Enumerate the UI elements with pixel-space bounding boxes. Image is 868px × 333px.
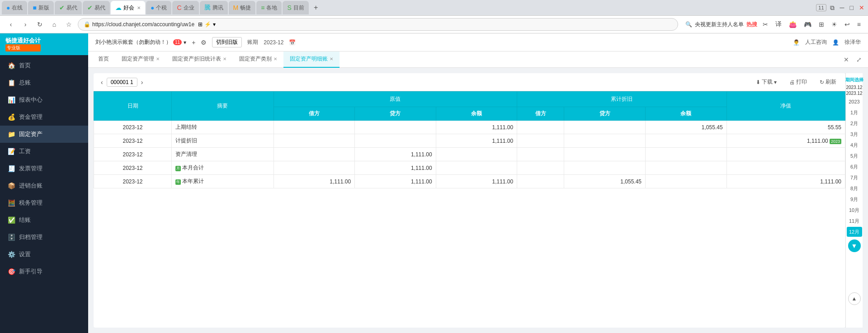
- col-summary: 摘要: [172, 92, 274, 121]
- dropdown-icon[interactable]: ▾: [213, 21, 216, 28]
- user-avatar-icon[interactable]: 👤: [832, 39, 839, 46]
- sidebar-item-tax[interactable]: 🧮 税务管理: [0, 194, 88, 211]
- month-1[interactable]: 1月: [847, 108, 862, 117]
- game-icon[interactable]: 🎮: [802, 20, 813, 29]
- brightness-icon[interactable]: ☀: [830, 20, 839, 29]
- sidebar-item-archive[interactable]: 🗄️ 归档管理: [0, 229, 88, 246]
- cell-date: 2023-12: [94, 148, 172, 161]
- month-7[interactable]: 7月: [847, 173, 862, 183]
- sidebar-item-invoice[interactable]: 🧾 发票管理: [0, 160, 88, 177]
- help-icon[interactable]: 👨‍💼: [793, 39, 800, 46]
- sidebar-item-guide[interactable]: 🎯 新手引导: [0, 263, 88, 280]
- undo-icon[interactable]: ↩: [843, 20, 852, 29]
- col-original: 原值: [274, 92, 517, 107]
- cell-orig-balance: 1,111.00: [436, 121, 517, 134]
- sidebar-item-fixed-assets[interactable]: 📁 固定资产: [0, 126, 88, 143]
- browser-tab-5[interactable]: ● 个税: [146, 1, 171, 14]
- expand-tabs-button[interactable]: ⤢: [854, 55, 864, 64]
- month-11[interactable]: 11月: [847, 216, 862, 226]
- month-4[interactable]: 4月: [847, 140, 862, 150]
- browser-tab-3[interactable]: ✔ 易代: [83, 1, 110, 14]
- browser-tab-1[interactable]: ■ 新版: [28, 1, 53, 14]
- browser-tab-6[interactable]: C 企业: [172, 1, 198, 14]
- month-12[interactable]: 12月: [847, 227, 862, 237]
- month-6[interactable]: 6月: [847, 162, 862, 172]
- minimize-icon[interactable]: ─: [838, 3, 846, 12]
- back-button[interactable]: ‹: [5, 19, 16, 30]
- scissors-icon[interactable]: ✂: [761, 20, 770, 29]
- page-tab-depreciation-stat[interactable]: 固定资产折旧统计表 ✕: [166, 52, 233, 68]
- tab-close-depreciation-stat[interactable]: ✕: [223, 56, 226, 61]
- month-8[interactable]: 8月: [847, 183, 862, 193]
- tab-close-4[interactable]: ✕: [137, 5, 141, 10]
- month-3[interactable]: 3月: [847, 129, 862, 139]
- cell-acc-debit: [517, 134, 564, 148]
- month-10[interactable]: 10月: [847, 205, 862, 215]
- sidebar-item-purchase[interactable]: 📦 进销台账: [0, 177, 88, 194]
- help-label[interactable]: 人工咨询: [805, 38, 827, 46]
- close-all-tabs-button[interactable]: ✕: [841, 55, 852, 64]
- settings-gear-icon[interactable]: ⚙: [201, 39, 207, 46]
- purchase-icon: 📦: [7, 182, 15, 190]
- sidebar-header: 畅捷通好会计 专业版: [0, 33, 88, 55]
- sidebar-item-salary[interactable]: 📝 工资: [0, 143, 88, 160]
- invoice-icon: 🧾: [7, 164, 15, 173]
- browser-tab-0[interactable]: ● 在线: [2, 1, 27, 14]
- calendar-icon[interactable]: 📅: [289, 39, 296, 46]
- sidebar-label-settings: 设置: [19, 250, 31, 258]
- hot-search-label[interactable]: 热搜: [746, 21, 757, 28]
- account-selector[interactable]: 刘小艳演示账套（勿删勿动！） 11 ▾: [95, 38, 186, 46]
- new-tab-button[interactable]: +: [310, 1, 322, 14]
- month-9[interactable]: 9月: [847, 194, 862, 204]
- lightning-icon[interactable]: ⚡: [204, 21, 211, 28]
- next-page-button[interactable]: ›: [139, 78, 145, 87]
- scroll-top-button[interactable]: ▲: [848, 292, 861, 305]
- tab-close-asset-detail[interactable]: ✕: [330, 56, 333, 61]
- prev-page-button[interactable]: ‹: [99, 78, 105, 87]
- wallet-icon[interactable]: 👛: [787, 20, 798, 29]
- add-account-button[interactable]: +: [192, 39, 195, 46]
- qr-icon[interactable]: ⊞: [198, 21, 203, 28]
- page-tab-asset-category[interactable]: 固定资产类别 ✕: [233, 52, 283, 68]
- browser-tab-8[interactable]: M 畅捷: [229, 1, 256, 14]
- sidebar-item-settings[interactable]: ⚙️ 设置: [0, 246, 88, 263]
- forward-button[interactable]: ›: [20, 19, 31, 30]
- month-5[interactable]: 5月: [847, 151, 862, 161]
- tab-close-asset-category[interactable]: ✕: [274, 56, 277, 61]
- sidebar-item-home[interactable]: 🏠 首页: [0, 57, 88, 74]
- print-button[interactable]: 🖨 打印: [786, 77, 811, 87]
- page-tab-asset-detail[interactable]: 固定资产明细账 ✕: [283, 52, 340, 68]
- sidebar-item-funds[interactable]: 💰 资金管理: [0, 108, 88, 126]
- home-button[interactable]: ⌂: [49, 19, 60, 30]
- month-year-2023[interactable]: 2023: [847, 97, 862, 107]
- browser-tab-2[interactable]: ✔ 易代: [55, 1, 82, 14]
- tab-close-asset-mgmt[interactable]: ✕: [156, 56, 160, 61]
- bookmark-button[interactable]: ☆: [63, 19, 74, 30]
- download-dropdown-icon[interactable]: ▾: [774, 79, 777, 85]
- browser-tab-9[interactable]: ≡ 各地: [256, 1, 282, 14]
- browser-tab-7[interactable]: 騰 腾讯: [200, 1, 228, 14]
- browser-tab-10[interactable]: S 目前: [283, 1, 308, 14]
- reload-button[interactable]: ↻: [34, 19, 45, 30]
- browser-tab-4[interactable]: ☁ 好会 ✕: [111, 1, 145, 14]
- close-window-icon[interactable]: ✕: [857, 3, 866, 12]
- restore-window-icon[interactable]: ⧉: [828, 3, 836, 13]
- translate-icon[interactable]: 译: [774, 19, 783, 29]
- page-tab-asset-mgmt[interactable]: 固定资产管理 ✕: [115, 52, 166, 68]
- cell-acc-credit: 1,055.45: [564, 175, 646, 188]
- sidebar-item-closing[interactable]: ✅ 结账: [0, 211, 88, 229]
- switch-version-button[interactable]: 切到旧版: [212, 37, 242, 47]
- download-button[interactable]: ⬇ 下载 ▾: [752, 77, 780, 87]
- cell-acc-balance: [646, 175, 727, 188]
- scroll-down-button[interactable]: ▼: [848, 239, 861, 252]
- account-dropdown-icon[interactable]: ▾: [184, 39, 186, 46]
- sidebar-item-reports[interactable]: 📊 报表中心: [0, 91, 88, 108]
- maximize-icon[interactable]: □: [848, 3, 855, 12]
- month-2[interactable]: 2月: [847, 118, 862, 128]
- address-bar[interactable]: 🔒 https://cloud.chanjet.com/accounting/u…: [78, 18, 678, 31]
- page-tab-home[interactable]: 首页: [92, 52, 115, 68]
- sidebar-item-ledger[interactable]: 📋 总账: [0, 74, 88, 91]
- menu-icon[interactable]: ≡: [855, 20, 863, 29]
- grid-icon[interactable]: ⊞: [817, 20, 826, 29]
- refresh-button[interactable]: ↻ 刷新: [816, 77, 840, 87]
